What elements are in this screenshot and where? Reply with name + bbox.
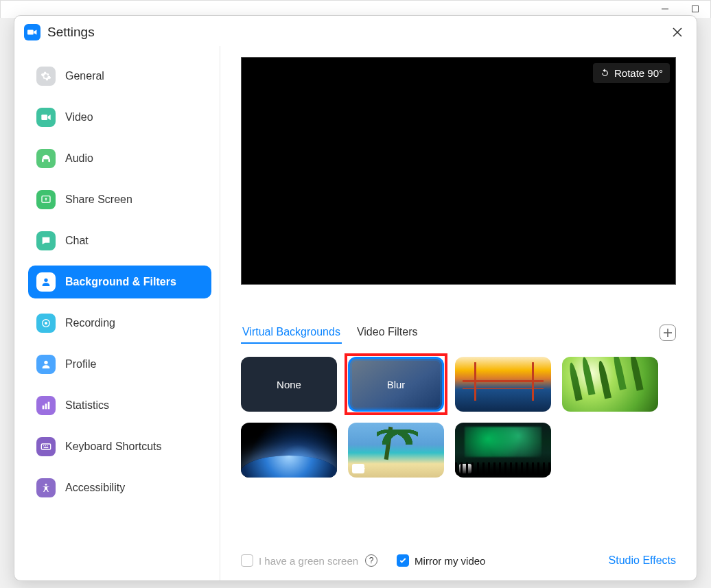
svg-rect-20 — [44, 447, 49, 448]
green-screen-checkbox[interactable] — [241, 554, 253, 567]
rotate-90-button[interactable]: Rotate 90° — [593, 63, 670, 83]
sidebar-item-label: Keyboard Shortcuts — [65, 440, 162, 453]
sidebar-item-label: Share Screen — [65, 193, 132, 206]
background-thumbnails: None Blur — [241, 357, 676, 478]
share-screen-icon — [36, 190, 56, 209]
mirror-video-checkbox[interactable] — [397, 554, 409, 567]
mirror-video-label: Mirror my video — [415, 555, 485, 567]
studio-effects-link[interactable]: Studio Effects — [609, 554, 676, 567]
sidebar-item-chat[interactable]: Chat — [28, 224, 211, 257]
statistics-icon — [36, 396, 56, 415]
svg-rect-5 — [41, 115, 47, 120]
sidebar-item-label: Chat — [65, 235, 89, 247]
svg-rect-13 — [43, 405, 45, 409]
svg-rect-7 — [48, 159, 50, 163]
rotate-icon — [600, 68, 610, 78]
dialog-title-bar: Settings — [14, 16, 697, 46]
sidebar-item-label: Background & Filters — [65, 276, 176, 288]
chat-icon — [36, 231, 56, 250]
svg-rect-2 — [27, 30, 34, 35]
sidebar-item-label: Video — [65, 111, 93, 124]
background-option-golden-gate[interactable] — [455, 357, 551, 412]
svg-point-9 — [44, 279, 47, 282]
profile-icon — [36, 355, 56, 374]
plus-icon — [663, 328, 673, 338]
sidebar-item-label: Statistics — [65, 399, 109, 412]
close-button[interactable] — [668, 23, 687, 42]
help-icon[interactable]: ? — [365, 554, 377, 567]
background-option-blur[interactable]: Blur — [348, 357, 444, 412]
svg-rect-6 — [42, 159, 44, 163]
sidebar-item-audio[interactable]: Audio — [28, 142, 211, 175]
sidebar-item-keyboard-shortcuts[interactable]: Keyboard Shortcuts — [28, 430, 211, 463]
svg-point-11 — [45, 322, 47, 325]
svg-point-18 — [45, 445, 46, 446]
tab-virtual-backgrounds[interactable]: Virtual Backgrounds — [241, 322, 342, 344]
check-icon — [399, 556, 407, 565]
zoom-app-icon — [24, 24, 40, 40]
svg-rect-14 — [45, 403, 47, 409]
gear-icon — [36, 67, 56, 86]
background-tabs: Virtual Backgrounds Video Filters — [241, 322, 676, 344]
settings-dialog: Settings General Video Audio Share Scree… — [14, 15, 697, 581]
sidebar-item-video[interactable]: Video — [28, 101, 211, 134]
video-clip-icon — [352, 464, 364, 473]
svg-point-19 — [47, 445, 47, 446]
svg-rect-15 — [48, 402, 50, 410]
sidebar-item-accessibility[interactable]: Accessibility — [28, 471, 211, 504]
svg-rect-16 — [41, 444, 50, 449]
sidebar-item-label: Accessibility — [65, 482, 125, 494]
record-icon — [36, 314, 56, 333]
settings-sidebar: General Video Audio Share Screen Chat Ba — [14, 46, 220, 580]
sidebar-item-background-filters[interactable]: Background & Filters — [28, 266, 211, 298]
sidebar-item-profile[interactable]: Profile — [28, 348, 211, 381]
sidebar-item-share-screen[interactable]: Share Screen — [28, 183, 211, 216]
video-clip-icon — [459, 464, 471, 473]
sidebar-item-label: Recording — [65, 317, 115, 329]
background-option-grass[interactable] — [562, 357, 658, 412]
keyboard-icon — [36, 437, 56, 456]
add-background-button[interactable] — [660, 325, 676, 341]
person-icon — [36, 272, 56, 292]
thumb-label: None — [277, 379, 301, 390]
tab-video-filters[interactable]: Video Filters — [356, 322, 419, 344]
accessibility-icon — [36, 478, 56, 497]
green-screen-label: I have a green screen — [259, 555, 358, 567]
footer-options: I have a green screen ? Mirror my video … — [241, 546, 676, 567]
svg-point-12 — [44, 361, 47, 364]
headphones-icon — [36, 149, 56, 168]
sidebar-item-label: Audio — [65, 152, 93, 165]
background-option-none[interactable]: None — [241, 357, 337, 412]
svg-point-17 — [43, 445, 44, 446]
main-panel: Rotate 90° Virtual Backgrounds Video Fil… — [220, 46, 697, 580]
svg-rect-1 — [692, 6, 699, 12]
sidebar-item-label: Profile — [65, 358, 96, 371]
sidebar-item-statistics[interactable]: Statistics — [28, 389, 211, 422]
video-icon — [36, 108, 56, 127]
thumb-label: Blur — [387, 379, 406, 390]
rotate-label: Rotate 90° — [614, 67, 663, 79]
dialog-title: Settings — [47, 25, 95, 40]
background-option-beach[interactable] — [348, 423, 444, 478]
sidebar-item-general[interactable]: General — [28, 60, 211, 93]
svg-point-21 — [45, 484, 47, 486]
background-option-earth[interactable] — [241, 423, 337, 478]
background-option-aurora[interactable] — [455, 423, 551, 478]
sidebar-item-label: General — [65, 70, 104, 82]
video-preview: Rotate 90° — [241, 57, 676, 285]
sidebar-item-recording[interactable]: Recording — [28, 307, 211, 340]
